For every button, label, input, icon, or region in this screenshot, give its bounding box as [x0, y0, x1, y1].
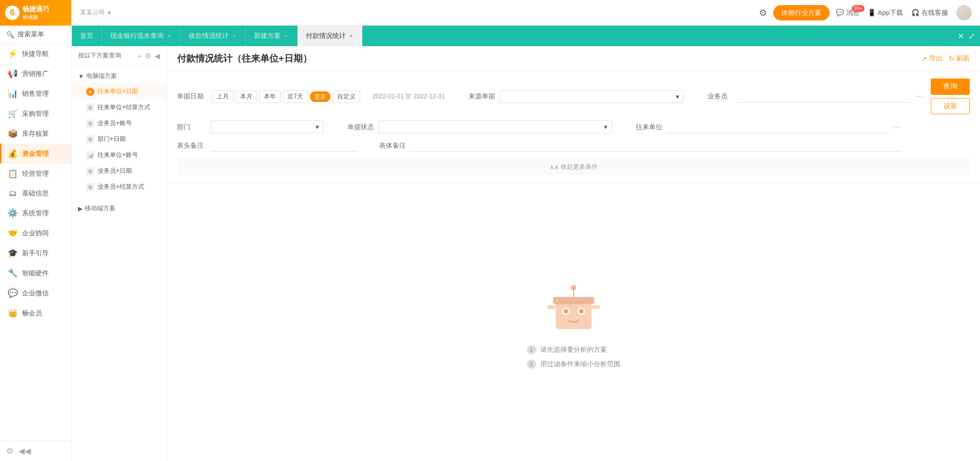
date-buttons: 上月 本月 本年 近7天 更多 自定义 — [212, 90, 360, 103]
operation-label: 经营管理 — [22, 169, 49, 178]
partner-dots[interactable]: ··· — [893, 123, 900, 132]
sidebar-footer: ⚙ ◀◀ — [0, 440, 71, 461]
svg-point-5 — [579, 309, 583, 313]
refresh-btn[interactable]: ↻ 刷新 — [949, 54, 970, 63]
svg-point-7 — [571, 285, 576, 290]
sidebar-item-marketing[interactable]: 📢 营销推广 — [0, 64, 71, 84]
tab-receipt-stats-close[interactable]: × — [232, 33, 237, 39]
sidebar-item-wechat[interactable]: 💬 企业微信 — [0, 283, 71, 303]
collapse-label: 收起更多条件 — [561, 163, 598, 171]
scheme-panel-header: 按以下方案查询 + ⚙ ◀ — [72, 46, 166, 66]
scheme-settings-btn[interactable]: ⚙ — [145, 52, 151, 60]
app-name-group: 畅捷通巧 标准版 — [23, 5, 49, 21]
staff-account-icon: ⊞ — [86, 119, 94, 128]
date-btn-this-month[interactable]: 本月 — [236, 90, 257, 103]
sidebar-item-inventory[interactable]: 📦 库存核算 — [0, 124, 71, 144]
trial-btn[interactable]: 体验行业方案 — [773, 5, 830, 21]
doc-status-select[interactable]: ▾ — [378, 121, 612, 133]
sidebar-item-purchase[interactable]: 🛒 采购管理 — [0, 104, 71, 124]
sidebar-item-capital[interactable]: 💰 资金管理 — [0, 144, 71, 164]
date-btn-custom[interactable]: 自定义 — [332, 90, 360, 103]
desktop-section-header[interactable]: ▼ 电脑端方案 — [72, 69, 166, 84]
scheme-item-partner-settle[interactable]: ⊞ 往来单位+结算方式 — [72, 99, 166, 115]
tab-maximize-btn[interactable]: ⤢ — [968, 31, 975, 41]
marketing-label: 营销推广 — [22, 69, 49, 78]
search-menu-item[interactable]: 🔍 搜索菜单 — [0, 26, 71, 44]
sidebar-item-enterprise[interactable]: 🤝 企业协同 — [0, 223, 71, 243]
sidebar-item-system[interactable]: ⚙️ 系统管理 — [0, 203, 71, 223]
sidebar-item-basic[interactable]: 🗂 基础信息 — [0, 184, 71, 203]
tab-cash-flow-close[interactable]: × — [167, 33, 172, 39]
hardware-icon: 🔧 — [8, 268, 18, 278]
app-download-label: App下载 — [878, 8, 903, 17]
quick-nav-label: 快捷导航 — [22, 49, 49, 58]
export-icon: ↗ — [922, 55, 927, 63]
footer-collapse-btn[interactable]: ◀◀ — [18, 446, 31, 456]
capital-icon: 💰 — [8, 149, 18, 158]
footer-settings-btn[interactable]: ⚙ — [6, 446, 13, 456]
topbar-settings-icon[interactable]: ⚙ — [759, 7, 767, 18]
date-btn-last-7days[interactable]: 近7天 — [283, 90, 308, 103]
tab-receipt-stats[interactable]: 收款情况统计 × — [181, 26, 246, 46]
tab-new-scheme-close[interactable]: × — [284, 33, 289, 39]
scheme-item-staff-account[interactable]: ⊞ 业务员+账号 — [72, 115, 166, 131]
app-download-btn[interactable]: 📱 App下载 — [868, 8, 903, 17]
online-service-label: 在线客服 — [922, 8, 948, 17]
download-icon: 📱 — [868, 9, 876, 16]
scheme-item-staff-settle[interactable]: ⊞ 业务员+结算方式 — [72, 179, 166, 195]
online-service-btn[interactable]: 🎧 在线客服 — [911, 8, 948, 17]
app-logo-icon: 6 — [5, 6, 19, 20]
date-btn-last-month[interactable]: 上月 — [212, 90, 233, 103]
step-1-text: 请先选择要分析的方案 — [540, 345, 607, 354]
svg-rect-9 — [592, 305, 600, 309]
breadcrumb-chevron[interactable]: ▾ — [108, 9, 111, 16]
tab-new-scheme[interactable]: 新建方案 × — [246, 26, 298, 46]
sidebar-nav: ⚡ 快捷导航 📢 营销推广 📊 销售管理 🛒 采购管理 📦 库存核算 💰 资金管… — [0, 44, 71, 440]
sidebar-item-hardware[interactable]: 🔧 智能硬件 — [0, 263, 71, 283]
query-btn[interactable]: 查询 — [931, 78, 970, 95]
app-name: 畅捷通巧 — [23, 5, 49, 14]
source-doc-select[interactable]: ▾ — [499, 90, 683, 103]
inventory-label: 库存核算 — [22, 129, 49, 138]
mobile-section-header[interactable]: ▶ 移动端方案 — [72, 201, 166, 216]
messages-btn[interactable]: 💬 消息 99+ — [836, 8, 859, 17]
scheme-item-partner-account[interactable]: 📊 往来单位+账号 — [72, 147, 166, 163]
user-avatar[interactable] — [956, 5, 972, 21]
sidebar-item-sales[interactable]: 📊 销售管理 — [0, 84, 71, 104]
desktop-scheme-section: ▼ 电脑端方案 ● 往来单位+日期 ⊞ 往来单位+结算方式 ⊞ 业务员+账号 ⊞ — [72, 66, 166, 198]
tab-home[interactable]: 首页 — [72, 26, 102, 46]
staff-input[interactable] — [737, 90, 912, 103]
sidebar-item-member[interactable]: 👑 畅会员 — [0, 303, 71, 323]
scheme-collapse-btn[interactable]: ◀ — [154, 52, 160, 60]
scheme-item-partner-date[interactable]: ● 往来单位+日期 — [72, 84, 166, 99]
sidebar-item-operation[interactable]: 📋 经营管理 — [0, 164, 71, 184]
date-range-text: 2022-01-01 至 2022-12-31 — [373, 92, 445, 101]
filter-row-3: 表头备注 表体备注 — [177, 139, 970, 152]
partner-input[interactable] — [667, 121, 889, 133]
date-btn-more[interactable]: 更多 — [310, 91, 330, 102]
sidebar-item-quick-nav[interactable]: ⚡ 快捷导航 — [0, 44, 71, 64]
scheme-add-btn[interactable]: + — [138, 52, 142, 60]
tab-payment-stats-close[interactable]: × — [349, 33, 354, 39]
tab-close-all-btn[interactable]: ✕ — [957, 31, 964, 41]
scheme-item-staff-date[interactable]: ⊞ 业务员+日期 — [72, 163, 166, 179]
setting-btn[interactable]: 设置 — [931, 98, 970, 114]
filter-row-2: 部门 ▾ 单据状态 ▾ 往来单位 — [177, 121, 970, 133]
guide-icon: 🎓 — [8, 248, 18, 258]
staff-dots[interactable]: ··· — [916, 92, 923, 101]
collapse-more-btn[interactable]: ∧∧ 收起更多条件 — [177, 158, 970, 175]
member-label: 畅会员 — [22, 309, 42, 318]
doc-status-chevron: ▾ — [604, 123, 607, 131]
tab-cash-flow[interactable]: 现金银行流水查询 × — [102, 26, 181, 46]
dept-select[interactable]: ▾ — [211, 121, 324, 133]
sidebar-item-guide[interactable]: 🎓 新手引导 — [0, 243, 71, 263]
export-btn[interactable]: ↗ 导出 — [922, 54, 943, 63]
body-note-input[interactable] — [410, 139, 900, 152]
header-note-input[interactable] — [212, 139, 356, 152]
empty-state: 1 请先选择要分析的方案 2 用过滤条件来缩小分析范围 — [167, 183, 980, 461]
action-btns: 查询 设置 — [931, 78, 970, 114]
date-btn-this-year[interactable]: 本年 — [259, 90, 281, 103]
refresh-label: 刷新 — [956, 54, 970, 63]
tab-payment-stats[interactable]: 付款情况统计 × — [298, 26, 363, 46]
scheme-item-dept-date[interactable]: ⊞ 部门+日期 — [72, 131, 166, 147]
